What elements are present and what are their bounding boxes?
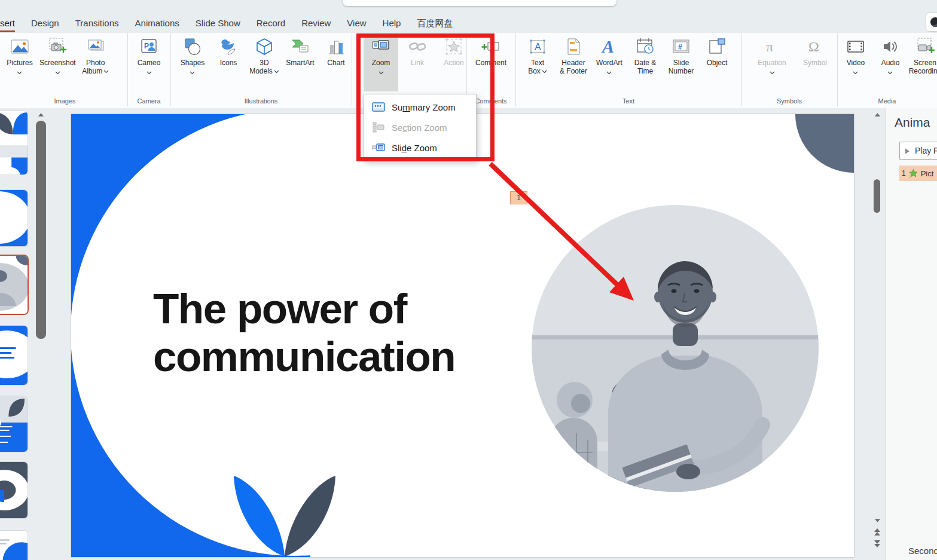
ribbon-button[interactable]: Link (400, 33, 435, 91)
ribbon-button[interactable]: # Slide Number (664, 33, 698, 91)
chevron-down-icon (39, 68, 76, 76)
menu-tab[interactable]: Review (301, 15, 331, 33)
search-input[interactable] (343, 0, 616, 6)
button-label: 3D Models (249, 59, 273, 75)
zoom-menu-item[interactable]: Section Zoom (364, 117, 476, 137)
canvas-scrollbar[interactable] (874, 179, 880, 213)
group-label: Text (515, 97, 741, 105)
slide-title[interactable]: The power of communication (153, 285, 455, 381)
animation-list-item[interactable]: 1 Pict (899, 166, 937, 181)
zoom-menu-item[interactable]: Slide Zoom (364, 137, 476, 158)
double-up-icon[interactable] (872, 527, 882, 537)
ribbon-button[interactable]: Object (700, 33, 734, 91)
thumb-art-2 (0, 190, 28, 246)
ribbon-button[interactable]: P Cameo (132, 33, 166, 91)
svg-text:π: π (766, 39, 773, 54)
button-label: Slide Number (669, 59, 694, 75)
section-zoom-icon (371, 120, 386, 134)
ribbon-button[interactable]: Photo Album (78, 33, 113, 91)
button-label: Screenshot (39, 59, 76, 67)
button-label: Icons (220, 59, 237, 67)
record-icon (930, 17, 937, 27)
slide-thumbnail[interactable] (0, 326, 28, 385)
menu-tab[interactable]: Record (257, 15, 285, 33)
ribbon-button[interactable]: A WordArt (592, 33, 627, 91)
ribbon-button[interactable]: Header & Footer (556, 33, 591, 91)
slide-photo[interactable] (532, 205, 819, 492)
ribbon-button[interactable]: Zoom (364, 33, 398, 91)
zoom-menu-item[interactable]: Summary Zoom (364, 97, 476, 117)
thumbnails-scrollbar[interactable] (36, 121, 46, 339)
ribbon-button[interactable]: Shapes (175, 33, 210, 91)
play-from-label: Play Fr (915, 146, 937, 155)
svg-text:A: A (601, 36, 614, 56)
slide-thumbnail[interactable] (0, 190, 28, 246)
slide-number-icon: # (671, 36, 691, 57)
button-label: Pictures (7, 59, 32, 67)
menu-tab[interactable]: Transitions (75, 15, 119, 33)
menu-tab[interactable]: Help (383, 15, 401, 33)
ribbon-button[interactable]: Chart (319, 33, 353, 91)
equation-icon: π (762, 36, 782, 57)
ribbon-button[interactable]: Ω Symbol (798, 33, 832, 91)
text-box-icon: A (527, 36, 548, 57)
button-label: Link (411, 59, 424, 67)
ribbon-tabs: sert Design Transitions Animations Slide… (0, 15, 453, 33)
slide-thumbnail[interactable] (0, 396, 28, 452)
ribbon-button[interactable]: SmartArt (283, 33, 318, 91)
animation-pane: Anima Play Fr 1 Pict Second (886, 108, 937, 560)
chevron-down-icon (274, 67, 279, 75)
header-footer-icon (563, 36, 584, 57)
chevron-down-icon (881, 68, 900, 76)
record-button[interactable] (926, 13, 937, 32)
double-down-icon[interactable] (872, 538, 882, 548)
menu-tab[interactable]: Animations (135, 15, 179, 33)
button-label: Object (707, 59, 728, 67)
menu-tab[interactable]: 百度网盘 (417, 15, 453, 33)
thumb-art-4 (0, 326, 28, 385)
photo-album-icon (86, 36, 106, 57)
object-icon (707, 36, 727, 57)
smartart-icon (290, 36, 310, 57)
play-from-button[interactable]: Play Fr (899, 142, 937, 160)
ribbon-button[interactable]: Audio (873, 33, 908, 91)
slide-thumbnail[interactable] (0, 256, 28, 314)
triangle-up-icon[interactable] (36, 111, 45, 118)
menu-tab[interactable]: Design (31, 15, 59, 33)
thumb-art-6 (0, 462, 28, 518)
group-label: Camera (127, 97, 170, 105)
play-icon (904, 147, 911, 154)
slide-thumbnail[interactable] (0, 462, 28, 518)
zoom-dropdown-menu: Summary Zoom Section Zoom Slide Zoom (364, 94, 477, 161)
button-label: Cameo (138, 59, 161, 67)
video-icon (846, 36, 866, 57)
ribbon-button[interactable]: Screen Recording (908, 33, 937, 91)
menu-tab[interactable]: Slide Show (196, 15, 240, 33)
button-label: Action (444, 59, 463, 67)
slide-canvas[interactable]: The power of communication (71, 114, 854, 558)
screen-recording-icon (915, 36, 935, 57)
ribbon-button[interactable]: 3D Models (247, 33, 282, 91)
triangle-down-icon[interactable] (872, 517, 882, 524)
ribbon-button[interactable]: Date & Time (628, 33, 663, 91)
ribbon-button[interactable]: Screenshot (37, 33, 78, 91)
thumb-art-1 (0, 111, 28, 175)
ribbon-button[interactable]: π Equation (755, 33, 789, 91)
group-label: Symbols (741, 97, 837, 105)
menu-tab[interactable]: sert (0, 15, 15, 33)
slide-thumbnail[interactable] (0, 531, 28, 560)
ribbon-group-camera: P Cameo Camera (127, 33, 171, 106)
menu-tab[interactable]: View (347, 15, 366, 33)
animation-item-label: Pict (921, 169, 934, 178)
triangle-up-icon[interactable] (872, 111, 882, 118)
button-label: Video (847, 59, 865, 67)
button-label: Shapes (181, 59, 205, 67)
ribbon-button[interactable]: Video (838, 33, 873, 91)
ribbon-button[interactable]: Pictures (2, 33, 37, 91)
seconds-label: Second (908, 546, 937, 556)
slide-thumbnail[interactable] (0, 111, 28, 175)
ribbon-group-illustrations: Shapes Icons 3D Models SmartArt (170, 33, 352, 106)
ribbon-button[interactable]: Comment (473, 33, 509, 91)
ribbon-button[interactable]: A Text Box (520, 33, 555, 91)
ribbon-button[interactable]: Icons (211, 33, 246, 91)
